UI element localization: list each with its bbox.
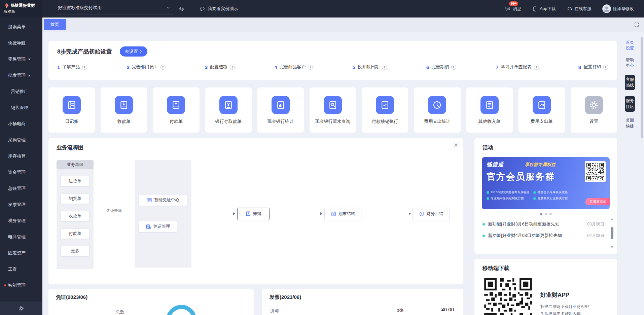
voucher-card-title: 凭证(2023/06)	[56, 294, 87, 301]
sidebar-item-marketing[interactable]: 营销推广	[0, 83, 42, 100]
app-logo[interactable]: 畅捷通好业财 标准版	[0, 0, 42, 18]
setup-step-4[interactable]: 4完善商品客户	[274, 64, 313, 70]
invoice-row-label: 进项	[270, 308, 279, 314]
sidebar-item-purchasing[interactable]: 采购管理	[0, 132, 42, 148]
smart-voucher-center-button[interactable]: ¥ 智能凭证中心	[139, 194, 187, 206]
play-icon[interactable]	[603, 65, 608, 70]
sidebar-item-quick-nav[interactable]: 快捷导航	[0, 35, 42, 51]
setup-step-5[interactable]: 5设开账日期	[353, 64, 387, 70]
sidebar-item-wholesale[interactable]: 批发管理	[0, 67, 42, 83]
shortcut-expense-doc[interactable]: 费用支出单	[518, 88, 565, 133]
setup-step-2[interactable]: 2完善部门员工	[127, 64, 165, 70]
online-service-button[interactable]: 在线客服	[567, 6, 592, 12]
rail-service-community[interactable]: 服务社区	[625, 96, 635, 112]
setup-step-8[interactable]: 8配置打印	[578, 64, 608, 70]
sidebar-item-payroll[interactable]: 工资	[0, 261, 42, 277]
bank-doc-icon	[219, 96, 238, 114]
shortcut-cash-stats[interactable]: 现金银行统计	[257, 88, 304, 133]
tile-label: 付款核销执行	[372, 118, 398, 125]
shortcut-cash-flow-query[interactable]: 现金银行流水查询	[310, 88, 356, 133]
shortcut-other-income[interactable]: 其他收入单	[466, 88, 513, 133]
sidebar-item-label: 智能管理	[8, 282, 26, 288]
go-setup-button[interactable]: 去设置	[120, 46, 147, 57]
carousel-dot[interactable]	[549, 213, 552, 215]
purchase-order-button[interactable]: 进货单	[61, 176, 90, 186]
shortcut-tiles: 日记账 收款单 付款单 银行存取款单 现金银行统计 现金银行流水查询	[48, 88, 617, 133]
payment-button[interactable]: 付款单	[61, 229, 90, 239]
fullscreen-icon[interactable]	[634, 22, 639, 27]
app-desc-line2: 为你提供更多精彩内容...	[540, 311, 584, 315]
app-download-button[interactable]: App下载	[532, 6, 556, 12]
scrollbar-thumb[interactable]	[611, 227, 613, 239]
news-item[interactable]: 新功能|好业财3月6日功能更新抢先知 03月06日	[482, 218, 604, 230]
logo-title: 畅捷通好业财	[11, 3, 35, 8]
sidebar-item-funds[interactable]: 资金管理	[0, 164, 42, 180]
setup-step-6[interactable]: 6完善期初	[426, 64, 456, 70]
step-number: 6	[426, 64, 429, 70]
page-scrollbar[interactable]	[640, 32, 644, 315]
sidebar-item-retail[interactable]: 零售管理	[0, 51, 42, 67]
scroll-down-icon[interactable]	[611, 246, 613, 248]
messages-button[interactable]: 99+ 消息	[505, 6, 521, 12]
user-menu[interactable]: 徐泽华修改	[602, 4, 634, 13]
play-icon[interactable]	[230, 65, 235, 70]
shortcut-payment[interactable]: 付款单	[153, 88, 199, 133]
sidebar-item-ecommerce-mini[interactable]: 小畅电商	[0, 116, 42, 132]
demo-link[interactable]: 我要看实例演示	[200, 6, 238, 12]
sidebar-item-general-ledger[interactable]: 总账管理	[0, 180, 42, 197]
tab-home[interactable]: 首页	[44, 19, 66, 30]
sidebar-item-inventory[interactable]: 库存核算	[0, 148, 42, 164]
rail-service-hotline[interactable]: 客服热线	[625, 75, 635, 91]
step-number: 4	[274, 64, 277, 70]
shortcut-payment-writeoff[interactable]: 付款核销执行	[362, 88, 408, 133]
mobile-title: 移动端下载	[482, 265, 509, 272]
play-icon[interactable]	[451, 65, 456, 70]
play-icon[interactable]	[382, 65, 387, 70]
sidebar-item-search-menu[interactable]: 搜索菜单	[0, 19, 42, 35]
scrollbar-thumb[interactable]	[641, 37, 643, 138]
play-icon[interactable]	[160, 65, 166, 70]
arrow-to-ledger	[191, 212, 235, 215]
shortcut-expense-stats[interactable]: 费用支出统计	[414, 88, 460, 133]
sidebar-item-sales[interactable]: 销售管理	[0, 100, 42, 116]
carousel-dot[interactable]	[540, 213, 542, 215]
shortcut-settings[interactable]: 设置	[571, 88, 617, 133]
period-end-button[interactable]: 期末结转	[324, 208, 361, 220]
messages-label: 消息	[513, 6, 521, 12]
voucher-management-button[interactable]: 凭证管理	[139, 221, 177, 233]
monthly-close-button[interactable]: ¥ 财务月结	[413, 208, 450, 220]
play-icon[interactable]	[308, 65, 313, 70]
sidebar-settings-button[interactable]	[0, 302, 42, 315]
topbar-settings-gear-icon[interactable]	[179, 6, 184, 12]
shortcut-bank-deposit[interactable]: 银行存取款单	[205, 88, 252, 133]
play-icon[interactable]	[534, 65, 539, 70]
close-icon[interactable]	[453, 142, 459, 148]
scroll-up-icon[interactable]	[611, 218, 613, 220]
ledger-button[interactable]: ¥ 账簿	[237, 208, 270, 220]
rail-home-settings[interactable]: 首页设置	[625, 40, 635, 51]
setup-step-3[interactable]: 3配置选项	[205, 64, 235, 70]
sidebar-item-fixed-assets[interactable]: 固定资产	[0, 245, 42, 261]
sidebar-item-tax[interactable]: 税务管理	[0, 213, 42, 229]
news-item[interactable]: 新功能|好业财4月03日功能更新抢先知 04月03日	[482, 230, 604, 241]
sidebar-item-ecommerce[interactable]: 电商管理	[0, 229, 42, 245]
setup-step-7[interactable]: 7学习开单查报表	[496, 64, 539, 70]
carousel-dot[interactable]	[545, 213, 547, 215]
more-button[interactable]: 更多	[61, 246, 90, 256]
shortcut-receipt[interactable]: 收款单	[101, 88, 147, 133]
setup-step-1[interactable]: 1了解产品	[57, 64, 87, 70]
rail-desktop-shortcut[interactable]: 桌面快捷	[625, 117, 635, 129]
news-text: 新功能|好业财3月6日功能更新抢先知	[488, 221, 584, 227]
shortcut-daily-journal[interactable]: 日记账	[48, 88, 95, 133]
rail-help-center[interactable]: 帮助中心	[625, 57, 635, 69]
sidebar-item-invoices[interactable]: 发票管理	[0, 197, 42, 213]
play-icon[interactable]	[82, 65, 87, 70]
tile-label: 其他收入单	[478, 118, 500, 125]
sidebar-item-smart-mgmt[interactable]: 智能管理	[0, 277, 42, 293]
receipt-button[interactable]: 收款单	[61, 211, 90, 221]
news-scrollbar[interactable]	[610, 218, 614, 248]
notification-dot	[4, 284, 6, 286]
activity-banner[interactable]: 畅捷通 享社群专属权益 官方会员服务群 7×15h在线深度咨询专属答疑 社群会员…	[482, 157, 610, 209]
sales-order-button[interactable]: 销货单	[61, 194, 90, 204]
product-selector[interactable]: 好业财标准版交付试用	[57, 3, 173, 14]
